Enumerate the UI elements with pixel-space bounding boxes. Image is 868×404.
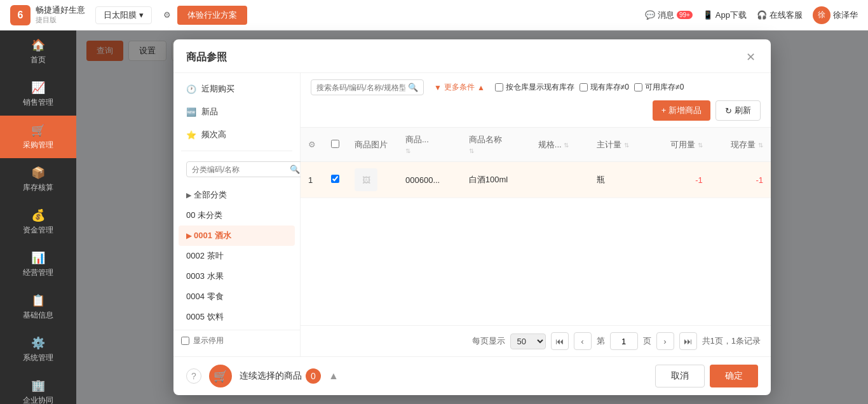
modal-close-button[interactable]: ✕: [743, 50, 758, 65]
sidebar-item-operations[interactable]: 📊 经营管理: [0, 243, 76, 286]
cat-item-0004[interactable]: 0004 零食: [179, 286, 295, 307]
help-button[interactable]: ?: [186, 368, 201, 384]
sidebar-item-inventory[interactable]: 📦 库存核算: [0, 158, 76, 201]
tab-new-products[interactable]: 🆕 新品: [179, 101, 295, 123]
positive-stock-label[interactable]: 现有库存≠0: [580, 82, 629, 93]
collapse-footer-icon[interactable]: ▲: [329, 370, 339, 382]
td-code: 000600...: [398, 162, 461, 198]
th-image-label: 商品图片: [355, 140, 388, 149]
th-image: 商品图片: [347, 128, 398, 162]
app-download-button[interactable]: 📱 App下载: [703, 10, 747, 21]
finance-icon: 💰: [31, 208, 45, 222]
modal-overlay: 商品参照 ✕ 🕐 近期购买 🆕: [76, 30, 868, 404]
search-icon[interactable]: 🔍: [408, 83, 418, 92]
th-settings: ⚙: [301, 128, 323, 162]
refresh-icon: ↻: [725, 106, 732, 116]
category-search-input[interactable]: [192, 165, 287, 174]
message-button[interactable]: 💬 消息 99+: [645, 10, 693, 21]
tab-recent-label: 近期购买: [201, 83, 234, 95]
show-disabled-area: 显示停用: [173, 330, 300, 351]
sidebar-label-finance: 资金管理: [23, 225, 53, 236]
settings-icon[interactable]: ⚙: [157, 5, 177, 25]
cat-item-0005[interactable]: 0005 饮料: [179, 307, 295, 327]
sidebar-item-purchase[interactable]: 🛒 采购管理: [0, 116, 76, 158]
refresh-button[interactable]: ↻ 刷新: [715, 100, 761, 121]
tab-recent-purchase[interactable]: 🕐 近期购买: [179, 78, 295, 100]
add-product-button[interactable]: + 新增商品: [653, 100, 710, 121]
table-body: 1 🖼: [301, 162, 771, 198]
sidebar-item-sales[interactable]: 📈 销售管理: [0, 73, 76, 116]
sidebar-label-basic-info: 基础信息: [23, 310, 53, 321]
nav-right-area: 💬 消息 99+ 📱 App下载 🎧 在线客服 徐 徐泽华: [645, 6, 858, 24]
cat-item-00[interactable]: 00 未分类: [179, 205, 295, 226]
content-area: 查询 设置 刷新 商品参照 ✕ 🕐: [76, 30, 868, 404]
sidebar-item-enterprise[interactable]: 🏢 企业协同: [0, 371, 76, 404]
table-row[interactable]: 1 🖼: [301, 162, 771, 198]
available-stock-label[interactable]: 可用库存≠0: [634, 82, 684, 93]
cancel-button[interactable]: 取消: [655, 365, 705, 387]
show-disabled-checkbox[interactable]: [181, 337, 189, 345]
category-tree: ▶ 全部分类 00 未分类 ▶ 0001 酒水 0002 茶: [173, 185, 300, 330]
product-search-input[interactable]: [316, 83, 405, 92]
last-page-button[interactable]: ⏭: [679, 332, 697, 350]
per-page-select[interactable]: 50 100 200: [510, 333, 546, 349]
row-checkbox[interactable]: [331, 175, 339, 183]
stock-by-warehouse-checkbox[interactable]: [495, 83, 503, 91]
more-filter-button[interactable]: ▼ 更多条件 ▲: [429, 79, 490, 95]
td-name: 白酒100ml: [461, 162, 531, 198]
cat-item-0001[interactable]: ▶ 0001 酒水: [179, 226, 295, 246]
category-search-icon[interactable]: 🔍: [290, 165, 300, 174]
product-search-box[interactable]: 🔍: [311, 79, 424, 95]
user-profile[interactable]: 徐 徐泽华: [813, 6, 858, 24]
cat-item-all[interactable]: ▶ 全部分类: [179, 185, 295, 205]
prev-page-button[interactable]: ‹: [574, 332, 592, 350]
available-stock-checkbox[interactable]: [634, 83, 642, 91]
td-image: 🖼: [347, 162, 398, 198]
positive-stock-checkbox[interactable]: [580, 83, 588, 91]
recent-icon: 🕐: [186, 84, 196, 94]
cart-button[interactable]: 🛒: [209, 365, 232, 387]
sidebar-label-system: 系统管理: [23, 353, 53, 363]
th-code[interactable]: 商品...: [398, 128, 461, 162]
app-download-label: App下载: [715, 10, 747, 21]
image-placeholder-icon: 🖼: [362, 175, 370, 185]
online-service-button[interactable]: 🎧 在线客服: [757, 10, 803, 21]
th-available[interactable]: 可用量: [650, 128, 710, 162]
th-unit[interactable]: 主计量: [589, 128, 649, 162]
toolbar: 🔍 ▼ 更多条件 ▲ 按仓库显示现有库存: [301, 73, 771, 128]
company-selector[interactable]: 日太阳膜 ▾: [95, 6, 152, 24]
sidebar-item-home[interactable]: 🏠 首页: [0, 30, 76, 73]
modal-footer: ? 🛒 连续选择的商品 0 ▲ 取消 确定: [173, 356, 771, 395]
th-spec[interactable]: 规格...: [531, 128, 589, 162]
logo-area: 6 畅捷通好生意 捷目版: [10, 5, 85, 25]
sidebar-item-basic-info[interactable]: 📋 基础信息: [0, 286, 76, 328]
confirm-button[interactable]: 确定: [710, 365, 758, 387]
cat-item-0003[interactable]: 0003 水果: [179, 266, 295, 286]
th-stock[interactable]: 现存量: [710, 128, 771, 162]
tab-frequent[interactable]: ⭐ 频次高: [179, 124, 295, 145]
app-sub: 捷目版: [36, 15, 85, 25]
select-all-checkbox[interactable]: [331, 140, 339, 148]
table-settings-icon[interactable]: ⚙: [308, 140, 316, 149]
td-stock: -1: [710, 162, 771, 198]
table-header: ⚙ 商品图片: [301, 128, 771, 162]
th-name[interactable]: 商品名称: [461, 128, 531, 162]
sidebar-label-inventory: 库存核算: [23, 182, 53, 193]
next-page-button[interactable]: ›: [656, 332, 674, 350]
cat-item-0002[interactable]: 0002 茶叶: [179, 246, 295, 266]
page-number-input[interactable]: [610, 332, 638, 350]
cat-label-00: 00 未分类: [186, 210, 222, 221]
sidebar-item-finance[interactable]: 💰 资金管理: [0, 201, 76, 243]
try-industry-button[interactable]: 体验行业方案: [177, 6, 247, 25]
left-tabs: 🕐 近期购买 🆕 新品 ⭐ 频次高: [173, 78, 300, 145]
basic-info-icon: 📋: [31, 293, 45, 307]
category-search[interactable]: 🔍: [186, 161, 306, 177]
toolbar-right: + 新增商品 ↻ 刷新: [653, 100, 761, 121]
product-table-container: ⚙ 商品图片: [301, 128, 771, 325]
sidebar-item-system[interactable]: ⚙️ 系统管理: [0, 328, 76, 371]
logo-icon: 6: [10, 5, 31, 25]
stock-by-warehouse-label[interactable]: 按仓库显示现有库存: [495, 82, 574, 93]
product-table: ⚙ 商品图片: [301, 128, 771, 198]
first-page-button[interactable]: ⏮: [551, 332, 569, 350]
sidebar: 🏠 首页 📈 销售管理 🛒 采购管理 📦 库存核算 💰 资金管理 📊 经营管理 …: [0, 30, 76, 404]
